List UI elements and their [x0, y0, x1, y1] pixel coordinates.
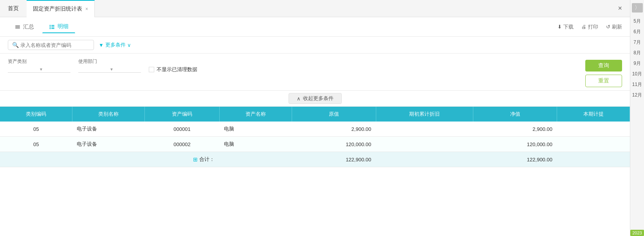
tab-summary-label: 汇总	[23, 23, 34, 30]
col-net-value: 净值	[473, 107, 557, 122]
use-department-label: 使用部门	[78, 58, 141, 65]
tab-home[interactable]: 首页	[0, 0, 27, 17]
tab-detail-label: 明细	[58, 23, 69, 30]
more-filter-label: 更多条件	[105, 41, 126, 48]
cell-original-value: 120,000.00	[292, 137, 376, 152]
data-table: 类别编码 类别名称 资产编码 资产名称 原值 期初累计折旧 净值 本期计提 05…	[0, 107, 630, 167]
download-button[interactable]: ⬇ 下载	[557, 23, 574, 30]
asset-category-field: 资产类别 ▼	[8, 58, 70, 73]
month-item-11[interactable]: 11月	[630, 80, 644, 89]
collapse-up-icon: ∧	[297, 96, 301, 102]
month-item-6[interactable]: 6月	[630, 27, 644, 37]
month-item-12[interactable]: 12月	[630, 90, 644, 100]
tab-summary[interactable]: 汇总	[8, 21, 41, 33]
tab-close-icon[interactable]: ×	[85, 6, 88, 12]
collapse-bar: ∧ 收起更多条件	[0, 91, 630, 107]
hide-cleared-area: 不显示已清理数据	[149, 66, 197, 73]
col-category-name: 类别名称	[72, 107, 145, 122]
table-header-row: 类别编码 类别名称 资产编码 资产名称 原值 期初累计折旧 净值 本期计提	[0, 107, 630, 122]
layers-icon	[14, 24, 21, 30]
asset-category-label: 资产类别	[8, 58, 70, 65]
month-item-7[interactable]: 7月	[630, 38, 644, 47]
data-table-wrap: 类别编码 类别名称 资产编码 资产名称 原值 期初累计折旧 净值 本期计提 05…	[0, 107, 630, 236]
chevron-down-icon: ∨	[127, 42, 131, 48]
use-department-select[interactable]: ▼	[78, 66, 141, 73]
svg-rect-4	[51, 25, 54, 26]
cell-accumulated-depreciation	[376, 122, 473, 137]
refresh-label: 刷新	[612, 23, 622, 30]
cell-asset-code: 000002	[145, 137, 219, 152]
summary-row: ⊞ 合计： 122,900.00 122,900.00	[0, 152, 630, 167]
cell-category-code: 05	[0, 137, 72, 152]
toolbar-actions: ⬇ 下载 🖨 打印 ↺ 刷新	[557, 23, 622, 30]
cell-category-name: 电子设备	[72, 137, 145, 152]
svg-point-5	[50, 27, 51, 28]
download-label: 下载	[563, 23, 574, 30]
hide-cleared-checkbox[interactable]	[149, 67, 154, 72]
table-row: 05 电子设备 000002 电脑 120,000.00 120,000.00	[0, 137, 630, 152]
search-icon: 🔍	[12, 42, 19, 48]
print-button[interactable]: 🖨 打印	[581, 23, 598, 30]
cell-current-depreciation	[557, 122, 630, 137]
hide-cleared-label: 不显示已清理数据	[157, 66, 197, 73]
tab-detail[interactable]: 明细	[42, 20, 75, 33]
use-department-field: 使用部门 ▼	[78, 58, 141, 73]
sub-tabs-left: 汇总 明细	[8, 20, 75, 33]
reset-button[interactable]: 重置	[585, 75, 622, 87]
sidebar-expand-arrow[interactable]: 〉	[632, 3, 643, 13]
cell-category-code: 05	[0, 122, 72, 137]
use-department-arrow: ▼	[110, 67, 141, 72]
col-original-value: 原值	[292, 107, 376, 122]
summary-accumulated-depreciation	[376, 152, 473, 167]
month-item-9[interactable]: 9月	[630, 59, 644, 68]
summary-current-depreciation	[557, 152, 630, 167]
search-wrap: 🔍	[8, 40, 94, 50]
cell-asset-name: 电脑	[219, 122, 292, 137]
month-item-8[interactable]: 8月	[630, 48, 644, 58]
asset-category-select[interactable]: ▼	[8, 66, 70, 73]
cell-asset-code: 000001	[145, 122, 219, 137]
month-item-5[interactable]: 5月	[630, 16, 644, 26]
cell-category-name: 电子设备	[72, 122, 145, 137]
cell-original-value: 2,900.00	[292, 122, 376, 137]
cell-asset-name: 电脑	[219, 137, 292, 152]
svg-point-3	[50, 25, 51, 26]
query-button[interactable]: 查询	[585, 60, 622, 72]
print-icon: 🖨	[581, 24, 586, 30]
col-category-code: 类别编码	[0, 107, 72, 122]
refresh-icon: ↺	[606, 24, 610, 30]
table-row: 05 电子设备 000001 电脑 2,900.00 2,900.00	[0, 122, 630, 137]
tab-active[interactable]: 固定资产折旧统计表 ×	[27, 0, 95, 17]
cell-current-depreciation	[557, 137, 630, 152]
more-filter-button[interactable]: ▼ 更多条件 ∨	[99, 41, 131, 48]
summary-empty-3	[219, 152, 292, 167]
advanced-filter: 资产类别 ▼ 使用部门 ▼ 不显示已清理数据 查询 重置	[0, 54, 630, 91]
filter-buttons: 查询 重置	[585, 60, 622, 87]
list-icon	[49, 23, 55, 30]
refresh-button[interactable]: ↺ 刷新	[606, 23, 622, 30]
filter-bar: 🔍 ▼ 更多条件 ∨	[0, 37, 630, 54]
summary-net-value: 122,900.00	[473, 152, 557, 167]
print-label: 打印	[588, 23, 598, 30]
window-close-button[interactable]: ×	[610, 4, 630, 13]
collapse-button[interactable]: ∧ 收起更多条件	[289, 93, 342, 104]
sub-tab-bar: 汇总 明细 ⬇ 下载 🖨 打印 ↺ 刷新	[0, 17, 630, 37]
summary-original-value: 122,900.00	[292, 152, 376, 167]
month-item-10[interactable]: 10月	[630, 69, 644, 79]
cell-net-value: 2,900.00	[473, 122, 557, 137]
search-input[interactable]	[20, 42, 83, 48]
svg-rect-2	[15, 28, 20, 29]
svg-rect-1	[15, 27, 20, 27]
col-current-depreciation: 本期计提	[557, 107, 630, 122]
svg-point-7	[50, 28, 51, 29]
year-badge[interactable]: 2023	[630, 230, 644, 236]
summary-empty-2	[72, 152, 145, 167]
tab-active-label: 固定资产折旧统计表	[33, 5, 82, 13]
asset-category-arrow: ▼	[39, 67, 70, 72]
summary-label-cell: ⊞ 合计：	[145, 152, 219, 167]
svg-rect-6	[51, 27, 54, 27]
svg-rect-8	[51, 28, 54, 29]
cell-accumulated-depreciation	[376, 137, 473, 152]
right-sidebar: 〉 5月 6月 7月 8月 9月 10月 11月 12月 2023	[630, 0, 644, 236]
cell-net-value: 120,000.00	[473, 137, 557, 152]
